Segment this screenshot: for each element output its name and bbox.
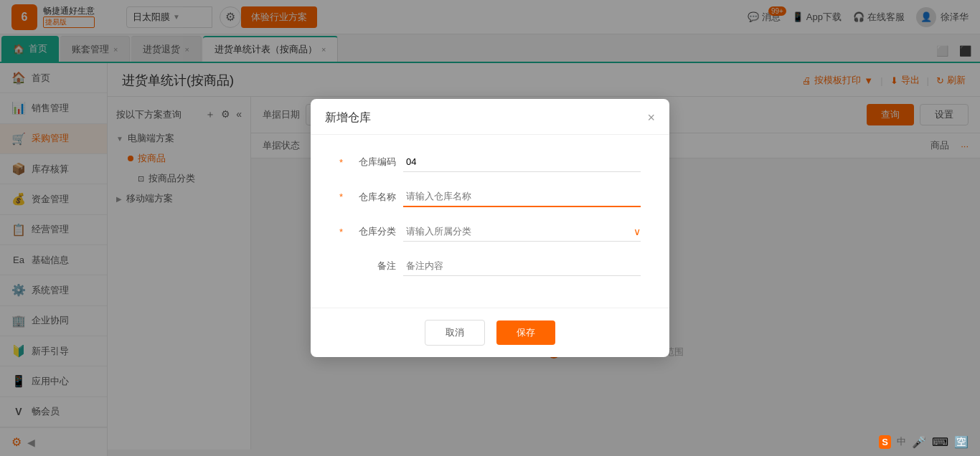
name-input[interactable] (403, 186, 641, 207)
form-row-name: * 仓库名称 (339, 186, 641, 207)
keyboard-icon[interactable]: ⌨ (932, 435, 948, 449)
required-star: * (339, 227, 343, 237)
modal-header: 新增仓库 × (311, 99, 669, 135)
modal-title: 新增仓库 (325, 110, 371, 125)
code-input[interactable] (403, 152, 641, 172)
s-logo: S (879, 435, 891, 449)
required-star: * (339, 191, 343, 202)
category-label: 仓库分类 (346, 225, 403, 238)
category-select[interactable]: ∨ (403, 222, 641, 242)
required-star: * (339, 157, 343, 168)
save-button[interactable]: 保存 (496, 320, 555, 345)
mic-icon[interactable]: 🎤 (912, 435, 926, 449)
bottom-bar: S 中 🎤 ⌨ 🈳 (867, 427, 980, 456)
translate-icon[interactable]: 🈳 (954, 435, 969, 449)
cancel-button[interactable]: 取消 (425, 320, 485, 346)
remark-label: 备注 (346, 260, 403, 272)
category-input[interactable] (403, 222, 633, 241)
add-warehouse-modal: 新增仓库 × * 仓库编码 * 仓库名称 * 仓库分类 ∨ (311, 99, 669, 357)
form-row-category: * 仓库分类 ∨ (339, 222, 641, 242)
form-row-remark: * 备注 (339, 256, 641, 276)
remark-input[interactable] (403, 256, 641, 276)
modal-footer: 取消 保存 (311, 308, 669, 357)
code-label: 仓库编码 (346, 156, 403, 168)
name-label: 仓库名称 (346, 191, 403, 204)
modal-overlay[interactable]: 新增仓库 × * 仓库编码 * 仓库名称 * 仓库分类 ∨ (0, 0, 980, 456)
form-row-code: * 仓库编码 (339, 152, 641, 172)
modal-body: * 仓库编码 * 仓库名称 * 仓库分类 ∨ * (311, 135, 669, 308)
modal-close-icon[interactable]: × (647, 110, 655, 125)
chinese-label: 中 (897, 435, 906, 448)
category-dropdown-icon[interactable]: ∨ (633, 226, 641, 237)
